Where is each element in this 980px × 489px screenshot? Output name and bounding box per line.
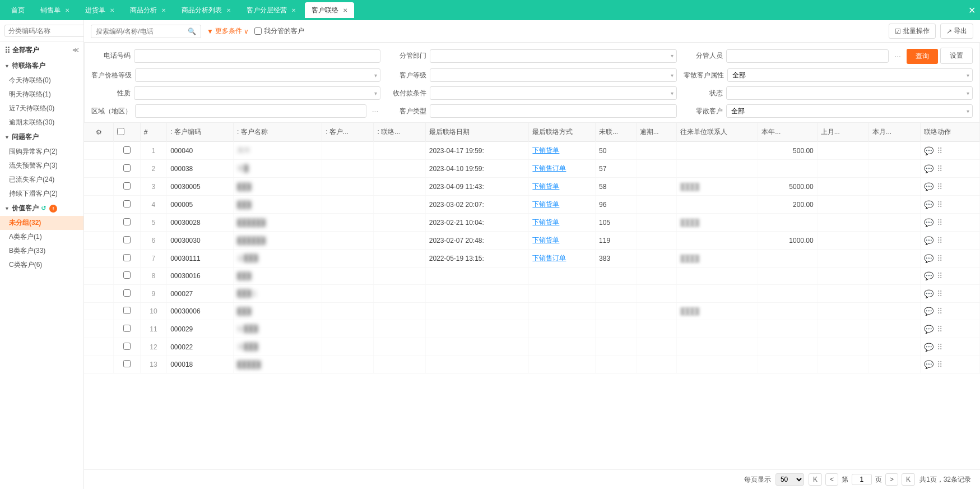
sidebar-all-customers[interactable]: ⠿ 全部客户 ≪ xyxy=(0,42,83,58)
phone-input[interactable] xyxy=(134,49,380,63)
row-check-cell[interactable] xyxy=(114,214,140,232)
sidebar-item-hoarding[interactable]: 囤购异常客户(2) xyxy=(0,145,83,159)
prev-page-btn[interactable]: < xyxy=(825,473,838,486)
row-check-cell[interactable] xyxy=(114,232,140,250)
row-action-cell[interactable]: 💬 ⠿ xyxy=(921,250,980,267)
contact-way-link[interactable]: 下销货单 xyxy=(532,146,559,154)
row-checkbox[interactable] xyxy=(123,146,131,154)
region-input[interactable] xyxy=(135,104,366,118)
row-way-cell[interactable] xyxy=(529,320,596,338)
col-unit-contact[interactable]: 往来单位联系人 xyxy=(677,123,758,142)
select-all-checkbox[interactable] xyxy=(117,128,124,135)
region-more-btn[interactable]: ··· xyxy=(370,107,381,116)
col-last-date[interactable]: 最后联络日期 xyxy=(425,123,529,142)
more-action-icon[interactable]: ⠿ xyxy=(937,200,942,209)
row-way-cell[interactable]: 下销货单 xyxy=(529,232,596,250)
row-way-cell[interactable]: 下销货单 xyxy=(529,214,596,232)
row-checkbox[interactable] xyxy=(123,236,131,243)
col-check[interactable] xyxy=(114,123,140,142)
sidebar-item-declining[interactable]: 持续下滑客户(2) xyxy=(0,187,83,201)
refresh-icon[interactable]: ↺ xyxy=(41,205,46,212)
row-action-cell[interactable]: 💬 ⠿ xyxy=(921,303,980,320)
row-check-cell[interactable] xyxy=(114,250,140,267)
sidebar-group-value[interactable]: ▼ 价值客户 ↺ ! xyxy=(0,201,83,216)
more-action-icon[interactable]: ⠿ xyxy=(937,182,942,191)
query-button[interactable]: 查询 xyxy=(907,49,938,64)
row-action-cell[interactable]: 💬 ⠿ xyxy=(921,356,980,373)
close-tab-sales[interactable]: ✕ xyxy=(65,7,69,13)
contact-icon[interactable]: 💬 xyxy=(924,146,933,155)
row-checkbox[interactable] xyxy=(123,343,131,350)
more-action-icon[interactable]: ⠿ xyxy=(937,325,942,334)
contact-icon[interactable]: 💬 xyxy=(924,289,933,298)
col-overdue[interactable]: 逾期... xyxy=(636,123,677,142)
row-check-cell[interactable] xyxy=(114,160,140,178)
tab-sales[interactable]: 销售单 ✕ xyxy=(34,2,76,18)
batch-ops-button[interactable]: ☑ 批量操作 xyxy=(889,24,936,39)
my-customers-checkbox[interactable] xyxy=(254,27,262,35)
row-check-cell[interactable] xyxy=(114,356,140,373)
contact-icon[interactable]: 💬 xyxy=(924,200,933,209)
contact-icon[interactable]: 💬 xyxy=(924,360,933,369)
cust-type-input[interactable] xyxy=(430,104,676,118)
row-check-cell[interactable] xyxy=(114,285,140,303)
row-way-cell[interactable]: 下销货单 xyxy=(529,178,596,196)
manager-input[interactable] xyxy=(726,49,889,63)
more-action-icon[interactable]: ⠿ xyxy=(937,254,942,263)
row-action-cell[interactable]: 💬 ⠿ xyxy=(921,160,980,178)
row-way-cell[interactable] xyxy=(529,303,596,320)
contact-way-link[interactable]: 下销货单 xyxy=(532,218,559,226)
col-type[interactable]: : 客户... xyxy=(322,123,374,142)
col-this-month[interactable]: 本月... xyxy=(869,123,921,142)
retail-cust-select[interactable]: 全部 xyxy=(726,104,973,118)
row-check-cell[interactable] xyxy=(114,303,140,320)
first-page-btn[interactable]: K xyxy=(809,473,822,486)
sidebar-item-7days[interactable]: 近7天待联络(0) xyxy=(0,102,83,116)
tab-product-analysis-list[interactable]: 商品分析列表 ✕ xyxy=(175,2,238,18)
status-select[interactable] xyxy=(726,86,973,100)
manager-more-btn[interactable]: ··· xyxy=(892,52,903,61)
row-way-cell[interactable]: 下销货单 xyxy=(529,196,596,214)
col-last-month[interactable]: 上月... xyxy=(817,123,868,142)
row-way-cell[interactable] xyxy=(529,338,596,356)
row-checkbox[interactable] xyxy=(123,360,131,367)
col-no-contact[interactable]: 未联... xyxy=(596,123,637,142)
window-close-button[interactable]: ✕ xyxy=(968,5,976,16)
row-checkbox[interactable] xyxy=(123,218,131,225)
more-action-icon[interactable]: ⠿ xyxy=(937,218,942,227)
close-tab-product-analysis-list[interactable]: ✕ xyxy=(226,7,231,13)
contact-icon[interactable]: 💬 xyxy=(924,218,933,227)
per-page-select[interactable]: 50 100 xyxy=(775,473,804,486)
close-tab-customer-segment[interactable]: ✕ xyxy=(291,7,296,13)
row-checkbox[interactable] xyxy=(123,182,131,190)
more-action-icon[interactable]: ⠿ xyxy=(937,289,942,298)
more-action-icon[interactable]: ⠿ xyxy=(937,164,942,173)
row-checkbox[interactable] xyxy=(123,325,131,332)
more-action-icon[interactable]: ⠿ xyxy=(937,146,942,155)
row-way-cell[interactable] xyxy=(529,285,596,303)
row-checkbox[interactable] xyxy=(123,164,131,172)
close-tab-purchase[interactable]: ✕ xyxy=(110,7,114,13)
col-last-way[interactable]: 最后联络方式 xyxy=(529,123,596,142)
more-action-icon[interactable]: ⠿ xyxy=(937,307,942,316)
retail-attr-select[interactable]: 全部 xyxy=(727,68,973,82)
row-check-cell[interactable] xyxy=(114,320,140,338)
sidebar-item-class-a[interactable]: A类客户(1) xyxy=(0,230,83,244)
sidebar-item-ungroupe[interactable]: 未分组(32) xyxy=(0,216,83,230)
dept-select[interactable] xyxy=(430,49,676,63)
col-name[interactable]: : 客户名称 xyxy=(233,123,322,142)
more-action-icon[interactable]: ⠿ xyxy=(937,343,942,352)
sidebar-item-class-b[interactable]: B类客户(33) xyxy=(0,244,83,258)
more-conditions-btn[interactable]: ▼ 更多条件 ∨ xyxy=(207,26,249,36)
row-check-cell[interactable] xyxy=(114,196,140,214)
row-action-cell[interactable]: 💬 ⠿ xyxy=(921,285,980,303)
cust-level-select[interactable] xyxy=(430,68,676,82)
row-way-cell[interactable]: 下销售订单 xyxy=(529,160,596,178)
col-this-year[interactable]: 本年... xyxy=(758,123,818,142)
sidebar-group-pending[interactable]: ▼ 待联络客户 xyxy=(0,58,83,73)
more-action-icon[interactable]: ⠿ xyxy=(937,360,942,369)
tab-customer-contact[interactable]: 客户联络 ✕ xyxy=(305,2,354,18)
row-action-cell[interactable]: 💬 ⠿ xyxy=(921,214,980,232)
reset-button[interactable]: 设置 xyxy=(940,48,973,64)
row-way-cell[interactable] xyxy=(529,356,596,373)
